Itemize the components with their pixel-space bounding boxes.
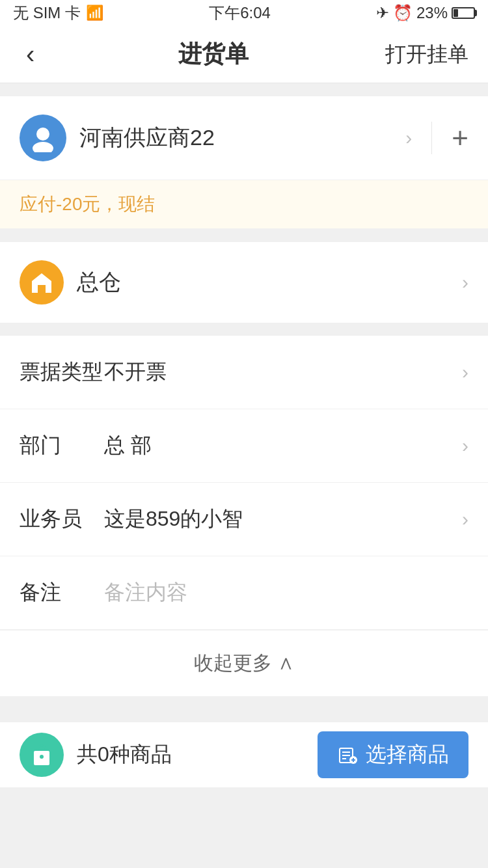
supplier-row[interactable]: 河南供应商22 › +	[0, 96, 488, 180]
add-supplier-button[interactable]: +	[452, 122, 468, 154]
svg-point-0	[36, 128, 49, 141]
product-icon	[20, 733, 64, 777]
svg-point-4	[40, 755, 44, 759]
status-bar: 无 SIM 卡 📶 下午6:04 ✈ ⏰ 23%	[0, 0, 488, 26]
wifi-icon: 📶	[86, 5, 103, 21]
salesman-row[interactable]: 业务员 这是859的小智 ›	[0, 483, 488, 556]
salesman-chevron-icon: ›	[462, 508, 468, 530]
section-divider-2	[0, 229, 488, 242]
form-section: 票据类型 不开票 › 部门 总 部 › 业务员 这是859的小智 › 备注 备注…	[0, 336, 488, 696]
open-pending-button[interactable]: 打开挂单	[385, 40, 468, 69]
supplier-chevron-icon: ›	[405, 127, 412, 149]
warehouse-row[interactable]: 总仓 ›	[0, 242, 488, 323]
status-time: 下午6:04	[209, 3, 271, 23]
invoice-type-value: 不开票	[104, 358, 462, 387]
warehouse-icon	[20, 260, 64, 305]
supplier-name: 河南供应商22	[79, 123, 405, 153]
department-label: 部门	[20, 431, 104, 460]
remark-input[interactable]: 备注内容	[104, 578, 468, 607]
status-right: ✈ ⏰ 23%	[376, 4, 475, 22]
nav-bar: ‹ 进货单 打开挂单	[0, 26, 488, 83]
invoice-type-label: 票据类型	[20, 358, 104, 387]
location-icon: ✈	[376, 4, 389, 22]
add-product-icon	[337, 744, 358, 765]
carrier-text: 无 SIM 卡	[13, 3, 81, 23]
page-title: 进货单	[178, 38, 249, 70]
salesman-value: 这是859的小智	[104, 505, 462, 534]
status-left: 无 SIM 卡 📶	[13, 3, 103, 23]
back-button[interactable]: ‹	[20, 33, 41, 75]
product-count: 共0种商品	[77, 740, 318, 769]
supplier-section: 河南供应商22 › + 应付-20元，现结	[0, 96, 488, 229]
bottom-bar: 共0种商品 选择商品	[0, 722, 488, 787]
supplier-avatar	[20, 115, 66, 161]
battery-icon	[452, 7, 475, 19]
battery-percent: 23%	[416, 4, 448, 22]
warehouse-name: 总仓	[77, 267, 462, 297]
supplier-divider	[431, 122, 432, 154]
shopping-bag-icon	[29, 742, 55, 768]
remark-label: 备注	[20, 578, 104, 607]
section-divider-1	[0, 83, 488, 96]
department-row[interactable]: 部门 总 部 ›	[0, 409, 488, 483]
collapse-button[interactable]: 收起更多 ∧	[0, 630, 488, 696]
warehouse-chevron-icon: ›	[462, 271, 468, 293]
warehouse-section: 总仓 ›	[0, 242, 488, 323]
remark-row[interactable]: 备注 备注内容	[0, 556, 488, 630]
invoice-chevron-icon: ›	[462, 361, 468, 383]
avatar-person-icon	[29, 124, 57, 152]
notice-bar: 应付-20元，现结	[0, 180, 488, 229]
svg-point-1	[33, 142, 53, 152]
select-product-button[interactable]: 选择商品	[318, 731, 468, 778]
warehouse-house-icon	[29, 269, 55, 295]
invoice-type-row[interactable]: 票据类型 不开票 ›	[0, 336, 488, 409]
section-divider-3	[0, 696, 488, 709]
department-chevron-icon: ›	[462, 435, 468, 457]
page-background	[0, 787, 488, 868]
department-value: 总 部	[104, 431, 462, 460]
select-product-label: 选择商品	[366, 740, 449, 769]
alarm-icon: ⏰	[393, 4, 413, 22]
salesman-label: 业务员	[20, 505, 104, 534]
svg-rect-2	[38, 285, 46, 293]
